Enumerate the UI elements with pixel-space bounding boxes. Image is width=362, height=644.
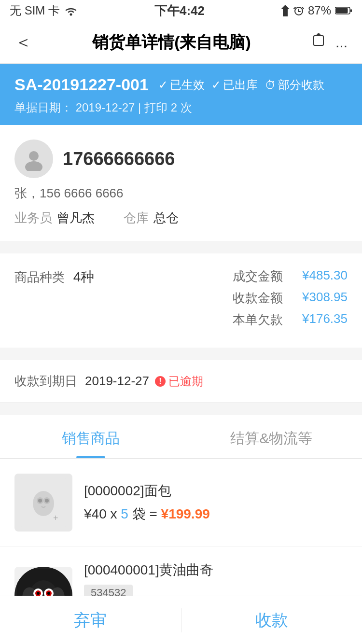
- tab-settlement[interactable]: 结算&物流等: [181, 415, 362, 458]
- deal-amount-label: 成交金额: [233, 268, 283, 285]
- price-1: ¥40: [84, 506, 107, 521]
- status-badge-effective: ✓ 已生效: [158, 77, 205, 93]
- received-row: 收款金额 ¥308.95: [233, 290, 348, 307]
- tabs: 销售商品 结算&物流等: [0, 415, 362, 459]
- salesperson-value: 曾凡杰: [57, 210, 95, 226]
- overdue-dot: !: [155, 376, 166, 387]
- divider-2: [0, 352, 362, 360]
- product-types-block: 商品种类 4种: [14, 268, 94, 286]
- bread-thumb-icon: +: [19, 478, 68, 527]
- banner-date-row: 单据日期： 2019-12-27 | 打印 2 次: [14, 100, 348, 115]
- product-name-1: [0000002]面包: [84, 482, 348, 500]
- status-left: 无 SIM 卡: [10, 3, 78, 18]
- order-id: SA-20191227-001: [14, 75, 149, 94]
- warehouse-item: 仓库 总仓: [124, 210, 179, 226]
- received-label: 收款金额: [233, 290, 283, 307]
- due-section: 收款到期日 2019-12-27 ! 已逾期: [0, 360, 362, 403]
- print-info: | 打印 2 次: [138, 101, 192, 114]
- page-title: 销货单详情(来自电脑): [92, 31, 251, 54]
- debt-value: ¥176.35: [302, 311, 348, 328]
- tab-products[interactable]: 销售商品: [0, 415, 181, 458]
- product-types-value: 4种: [73, 269, 95, 284]
- debt-row: 本单欠款 ¥176.35: [233, 311, 348, 328]
- svg-rect-5: [314, 36, 323, 45]
- svg-text:+: +: [53, 513, 58, 523]
- customer-phone: 17666666666: [63, 149, 175, 169]
- divider-3: [0, 407, 362, 415]
- status-badges: ✓ 已生效 ✓ 已出库 ⏱ 部分收款: [158, 77, 324, 93]
- svg-point-7: [25, 161, 42, 171]
- svg-rect-3: [335, 8, 348, 14]
- salesperson-label: 业务员: [14, 210, 52, 226]
- deal-amount-value: ¥485.30: [302, 268, 348, 285]
- product-item: + [0000002]面包 ¥40 x 5 袋 = ¥199.99: [0, 459, 362, 546]
- share-icon[interactable]: [311, 33, 326, 51]
- warehouse-label: 仓库: [124, 210, 149, 226]
- svg-point-12: [38, 499, 42, 503]
- finance-amounts: 成交金额 ¥485.30 收款金额 ¥308.95 本单欠款 ¥176.35: [233, 268, 348, 333]
- date-label: 单据日期：: [14, 101, 72, 114]
- banner-row1: SA-20191227-001 ✓ 已生效 ✓ 已出库 ⏱ 部分收款: [14, 75, 348, 94]
- svg-point-6: [29, 151, 39, 161]
- clock-icon: ⏱: [265, 78, 276, 92]
- warehouse-value: 总仓: [153, 210, 179, 226]
- check-icon-1: ✓: [158, 78, 168, 92]
- status-badge-shipped: ✓ 已出库: [211, 77, 258, 93]
- battery-icon: [335, 6, 352, 15]
- unit-1: 袋: [132, 506, 146, 521]
- location-icon: [281, 5, 290, 16]
- tabs-section: 销售商品 结算&物流等: [0, 415, 362, 459]
- total-1: ¥199.99: [161, 506, 210, 521]
- status-time: 下午4:42: [154, 2, 205, 19]
- product-types-label: 商品种类: [14, 270, 65, 284]
- confirm-button[interactable]: 收款: [181, 609, 362, 631]
- wifi-icon: [64, 5, 78, 16]
- nav-bar: ＜ 销货单详情(来自电脑) ...: [0, 21, 362, 64]
- customer-name-sub: 张，156 6666 6666: [14, 185, 348, 202]
- status-badge-partial: ⏱ 部分收款: [265, 77, 324, 93]
- svg-point-23: [37, 592, 40, 595]
- status-right: 87%: [281, 4, 352, 17]
- due-date: 2019-12-27: [85, 374, 149, 389]
- battery-label: 87%: [308, 4, 331, 17]
- status-bar: 无 SIM 卡 下午4:42 87%: [0, 0, 362, 21]
- date-value: 2019-12-27: [76, 101, 135, 114]
- svg-point-0: [70, 14, 72, 16]
- divider-1: [0, 246, 362, 253]
- salesperson-item: 业务员 曾凡杰: [14, 210, 95, 226]
- deal-amount-row: 成交金额 ¥485.30: [233, 268, 348, 285]
- nav-actions: ...: [311, 33, 348, 51]
- cancel-button[interactable]: 弃审: [0, 609, 181, 631]
- overdue-badge: ! 已逾期: [155, 374, 203, 389]
- product-name-2: [000400001]黄油曲奇: [84, 561, 348, 579]
- back-button[interactable]: ＜: [14, 30, 32, 54]
- product-thumb-1: +: [14, 474, 72, 532]
- received-value: ¥308.95: [302, 290, 348, 307]
- header-banner: SA-20191227-001 ✓ 已生效 ✓ 已出库 ⏱ 部分收款 单据日期：…: [0, 64, 362, 125]
- product-info-1: [0000002]面包 ¥40 x 5 袋 = ¥199.99: [84, 482, 348, 523]
- customer-row: 17666666666: [14, 140, 348, 178]
- more-icon[interactable]: ...: [335, 34, 348, 51]
- alarm-icon: [293, 5, 304, 16]
- svg-rect-4: [350, 9, 352, 12]
- customer-section: 17666666666 张，156 6666 6666 业务员 曾凡杰 仓库 总…: [0, 125, 362, 241]
- bottom-bar: 弃审 收款: [0, 596, 362, 644]
- check-icon-2: ✓: [211, 78, 221, 92]
- qty-1: 5: [121, 506, 128, 521]
- svg-point-13: [45, 499, 49, 503]
- debt-label: 本单欠款: [233, 311, 283, 328]
- customer-meta: 业务员 曾凡杰 仓库 总仓: [14, 210, 348, 226]
- due-label: 收款到期日: [14, 373, 77, 390]
- sim-label: 无 SIM 卡: [10, 3, 60, 18]
- svg-point-24: [47, 592, 50, 595]
- svg-point-9: [33, 491, 54, 516]
- product-price-1: ¥40 x 5 袋 = ¥199.99: [84, 505, 348, 523]
- overdue-text: 已逾期: [168, 374, 203, 389]
- avatar: [14, 140, 53, 178]
- finance-section: 商品种类 4种 成交金额 ¥485.30 收款金额 ¥308.95 本单欠款 ¥…: [0, 253, 362, 348]
